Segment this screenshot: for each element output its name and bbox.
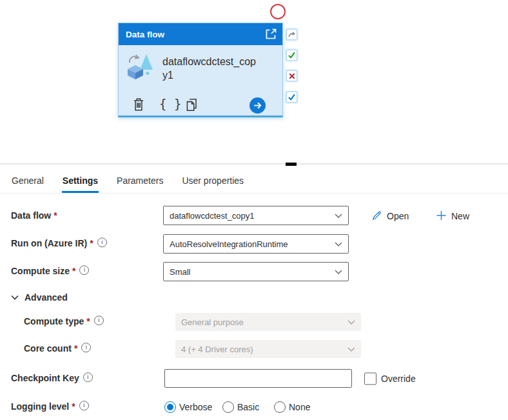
radio-checked-icon	[164, 401, 176, 413]
radio-none[interactable]: None	[274, 401, 310, 413]
checkpoint-key-label: Checkpoint Keyi	[11, 373, 93, 385]
activity-type-label: Data flow	[126, 30, 264, 39]
open-activity-icon[interactable]	[264, 28, 277, 41]
activity-actions: { }	[119, 97, 282, 115]
checkpoint-key-row: Checkpoint Keyi Override	[0, 369, 508, 388]
compute-size-row: Compute size*i Small	[0, 262, 508, 281]
info-icon[interactable]: i	[94, 315, 104, 325]
core-count-label: Core count*i	[24, 343, 91, 355]
required-marker: *	[72, 266, 75, 276]
advanced-toggle[interactable]: Advanced	[11, 292, 68, 303]
core-count-row: Core count*i 4 (+ 4 Driver cores)	[0, 340, 508, 358]
chevron-down-icon	[335, 239, 342, 249]
logging-level-row: Logging level*i Verbose Basic None	[0, 401, 508, 414]
core-count-select: 4 (+ 4 Driver cores)	[175, 340, 361, 358]
info-icon[interactable]: i	[97, 237, 107, 247]
chevron-down-icon	[347, 345, 355, 354]
run-on-select[interactable]: AutoResolveIntegrationRuntime	[163, 234, 349, 254]
pipeline-canvas[interactable]: Data flow	[0, 0, 508, 163]
dataflow-icon	[126, 52, 155, 83]
tab-parameters[interactable]: Parameters	[117, 168, 163, 193]
override-checkbox[interactable]	[364, 373, 376, 385]
tab-general[interactable]: General	[12, 168, 44, 193]
compute-type-select: General purpose	[175, 313, 361, 331]
advanced-section-row: Advanced	[0, 291, 508, 304]
dataflow-label: Data flow*	[11, 210, 57, 221]
dataflow-activity-card[interactable]: Data flow	[118, 23, 283, 117]
compute-size-label: Compute size*i	[11, 266, 89, 277]
info-icon[interactable]: i	[83, 372, 93, 382]
dataflow-select[interactable]: dataflowcdctest_copy1	[163, 206, 349, 225]
required-marker: *	[72, 401, 75, 412]
activity-card-body: dataflowcdctest_copy1 { }	[119, 45, 282, 115]
checkpoint-key-input[interactable]	[164, 369, 352, 388]
info-icon[interactable]: i	[81, 343, 91, 352]
add-output-button[interactable]	[249, 97, 266, 114]
radio-basic[interactable]: Basic	[222, 401, 259, 413]
new-dataflow-button[interactable]: New	[436, 210, 469, 221]
dataflow-settings-panel: Data flow	[0, 0, 508, 420]
required-marker: *	[54, 210, 57, 221]
delete-activity-icon[interactable]	[132, 97, 146, 115]
failed-port-icon[interactable]	[286, 70, 297, 81]
chevron-down-icon	[347, 317, 355, 327]
completed-port-icon[interactable]	[286, 92, 297, 103]
compute-type-row: Compute type*i General purpose	[0, 313, 508, 331]
override-label: Override	[381, 374, 416, 384]
run-on-label: Run on (Azure IR)*i	[11, 238, 107, 250]
chevron-down-icon	[335, 211, 342, 221]
radio-verbose[interactable]: Verbose	[164, 401, 212, 413]
activity-card-header: Data flow	[119, 23, 282, 45]
activity-name: dataflowcdctest_copy1	[162, 55, 260, 82]
info-icon[interactable]: i	[79, 265, 89, 275]
logging-level-label: Logging level*i	[11, 401, 89, 413]
settings-form: Data flow* dataflowcdctest_copy1 Open	[0, 194, 508, 420]
required-marker: *	[86, 316, 90, 326]
clone-activity-icon[interactable]	[184, 97, 199, 115]
required-marker: *	[74, 343, 77, 354]
compute-size-select[interactable]: Small	[163, 262, 349, 281]
succeeded-port-icon[interactable]	[286, 50, 297, 61]
connector-highlight-circle	[270, 4, 286, 19]
pencil-icon	[371, 210, 383, 222]
chevron-down-icon	[11, 295, 19, 300]
radio-icon	[222, 401, 234, 413]
plus-icon	[436, 210, 447, 221]
panel-divider	[0, 163, 508, 165]
advanced-label: Advanced	[24, 292, 68, 303]
settings-tabbar: General Settings Parameters User propert…	[0, 168, 508, 194]
dataflow-row: Data flow* dataflowcdctest_copy1 Open	[0, 206, 508, 225]
compute-type-label: Compute type*i	[24, 316, 104, 328]
skipped-port-icon[interactable]	[286, 29, 297, 40]
chevron-down-icon	[335, 267, 342, 277]
tab-settings[interactable]: Settings	[63, 168, 98, 193]
panel-resize-handle[interactable]	[286, 163, 297, 166]
radio-icon	[274, 401, 286, 413]
run-on-row: Run on (Azure IR)*i AutoResolveIntegrati…	[0, 234, 508, 254]
code-braces-icon[interactable]: { }	[159, 96, 181, 112]
info-icon[interactable]: i	[79, 401, 89, 410]
tab-user-properties[interactable]: User properties	[182, 168, 244, 193]
required-marker: *	[90, 238, 93, 248]
open-dataflow-button[interactable]: Open	[371, 210, 409, 222]
